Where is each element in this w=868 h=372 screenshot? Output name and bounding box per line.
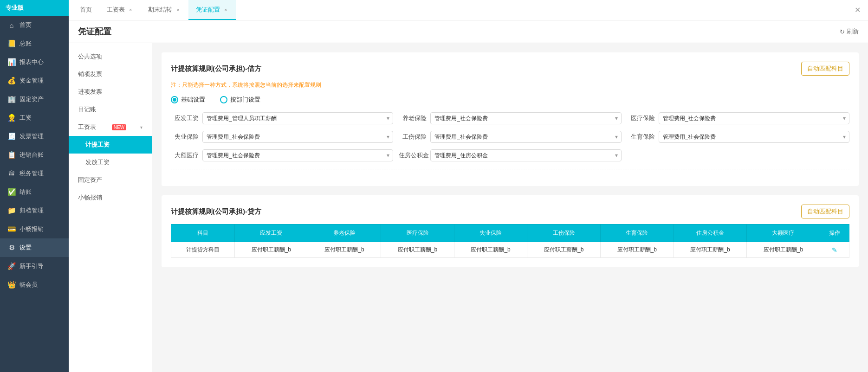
th-action: 操作 bbox=[820, 224, 849, 242]
tab-period-closing[interactable]: 期末结转 × bbox=[141, 0, 188, 20]
left-nav-journal[interactable]: 日记账 bbox=[69, 101, 152, 118]
sidebar-item-report-center[interactable]: 📊 报表中心 bbox=[0, 53, 69, 71]
new-badge: NEW bbox=[112, 124, 126, 130]
sidebar-item-new-guide[interactable]: 🚀 新手引导 bbox=[0, 257, 69, 276]
left-nav-payroll-table[interactable]: 工资表 NEW ▾ bbox=[69, 118, 152, 136]
credit-auto-match-button[interactable]: 自动匹配科目 bbox=[801, 205, 849, 218]
left-nav-public-options[interactable]: 公共选项 bbox=[69, 48, 152, 65]
tab-payroll-table-label: 工资表 bbox=[107, 6, 125, 14]
table-header-row: 科目 应发工资 养老保险 医疗保险 失业保险 工伤保险 生育保险 住房公积金 大… bbox=[171, 224, 849, 242]
salary-select-wrapper: 管理费用_管理人员职工薪酬 bbox=[202, 112, 393, 124]
sidebar-item-tax-management[interactable]: 🏛 税务管理 bbox=[0, 164, 69, 183]
th-medical: 医疗保险 bbox=[381, 224, 454, 242]
debit-section-title: 计提核算规则(公司承担)-借方 bbox=[171, 64, 261, 73]
unemployment-label: 失业保险 bbox=[171, 133, 199, 141]
left-nav-petty-expense[interactable]: 小畅报销 bbox=[69, 189, 152, 206]
left-nav-pay-payroll[interactable]: 发放工资 bbox=[69, 154, 152, 171]
td-medical: 应付职工薪酬_b bbox=[381, 242, 454, 258]
left-nav-label: 固定资产 bbox=[78, 176, 102, 184]
tab-voucher-config[interactable]: 凭证配置 × bbox=[188, 0, 236, 20]
th-housing-fund: 住房公积金 bbox=[674, 224, 747, 242]
maternity-label: 生育保险 bbox=[627, 133, 655, 141]
page-title: 凭证配置 bbox=[78, 26, 111, 37]
form-field-salary: 应发工资 管理费用_管理人员职工薪酬 bbox=[171, 112, 393, 124]
tab-home-label: 首页 bbox=[80, 6, 92, 14]
sidebar-item-settings[interactable]: ⚙ 设置 bbox=[0, 238, 69, 257]
left-nav-label: 日记账 bbox=[78, 105, 96, 114]
left-nav-label: 小畅报销 bbox=[78, 193, 102, 202]
large-medical-select[interactable]: 管理费用_社会保险费 bbox=[202, 149, 393, 161]
unemployment-select-wrapper: 管理费用_社会保险费 bbox=[202, 131, 393, 143]
td-pension: 应付职工薪酬_b bbox=[308, 242, 381, 258]
salary-select[interactable]: 管理费用_管理人员职工薪酬 bbox=[202, 112, 393, 124]
housing-fund-select[interactable]: 管理费用_住房公积金 bbox=[430, 149, 621, 161]
edit-icon[interactable]: ✎ bbox=[832, 246, 837, 254]
debit-notice: 注：只能选择一种方式，系统将按照您当前的选择来配置规则 bbox=[171, 81, 849, 89]
injury-select[interactable]: 管理费用_社会保险费 bbox=[430, 131, 621, 143]
credit-section-header: 计提核算规则(公司承担)-贷方 自动匹配科目 bbox=[171, 205, 849, 218]
debit-section: 计提核算规则(公司承担)-借方 自动匹配科目 注：只能选择一种方式，系统将按照您… bbox=[162, 52, 859, 186]
debit-auto-match-button[interactable]: 自动匹配科目 bbox=[801, 62, 849, 76]
sidebar-item-label: 畅会员 bbox=[19, 281, 38, 289]
guide-icon: 🚀 bbox=[7, 262, 16, 270]
sidebar-item-archive-management[interactable]: 📁 归档管理 bbox=[0, 201, 69, 220]
tab-payroll-table[interactable]: 工资表 × bbox=[99, 0, 141, 20]
radio-basic-label: 基础设置 bbox=[181, 96, 205, 104]
sidebar-item-member[interactable]: 👑 畅会员 bbox=[0, 276, 69, 294]
sidebar-item-fund-management[interactable]: 💰 资金管理 bbox=[0, 71, 69, 90]
form-field-medical: 医疗保险 管理费用_社会保险费 bbox=[627, 112, 849, 124]
ledger-icon: 📒 bbox=[7, 39, 16, 48]
left-nav-label: 计提工资 bbox=[85, 141, 110, 149]
pension-select[interactable]: 管理费用_社会保险费 bbox=[430, 112, 621, 124]
sidebar-item-home[interactable]: ⌂ 首页 bbox=[0, 16, 69, 34]
member-icon: 👑 bbox=[7, 281, 16, 289]
radio-basic[interactable]: 基础设置 bbox=[171, 96, 205, 104]
report-icon: 📊 bbox=[7, 58, 16, 66]
sidebar-item-invoice-management[interactable]: 🧾 发票管理 bbox=[0, 127, 69, 146]
housing-fund-select-wrapper: 管理费用_住房公积金 bbox=[430, 149, 621, 161]
th-injury: 工伤保险 bbox=[527, 224, 601, 242]
form-field-maternity: 生育保险 管理费用_社会保险费 bbox=[627, 131, 849, 143]
th-maternity: 生育保险 bbox=[601, 224, 674, 242]
left-nav-sales-invoice[interactable]: 销项发票 bbox=[69, 65, 152, 83]
refresh-button[interactable]: ↻ 刷新 bbox=[840, 27, 859, 36]
radio-department[interactable]: 按部门设置 bbox=[220, 96, 260, 104]
form-row-1: 应发工资 管理费用_管理人员职工薪酬 养老保险 管理费用_社会保险费 bbox=[171, 112, 849, 124]
sidebar-item-purchase-sales[interactable]: 📋 进销台账 bbox=[0, 146, 69, 164]
credit-section-title: 计提核算规则(公司承担)-贷方 bbox=[171, 207, 261, 216]
tab-voucher-config-close[interactable]: × bbox=[223, 6, 228, 13]
main-area: 首页 工资表 × 期末结转 × 凭证配置 × ✕ 凭证配置 ↻ 刷新 公共选项 bbox=[69, 0, 868, 372]
housing-fund-label: 住房公积金 bbox=[399, 151, 427, 160]
th-subject: 科目 bbox=[171, 224, 235, 242]
sidebar-item-closing[interactable]: ✅ 结账 bbox=[0, 183, 69, 201]
maternity-select[interactable]: 管理费用_社会保险费 bbox=[659, 131, 849, 143]
sidebar-item-general-ledger[interactable]: 📒 总账 bbox=[0, 34, 69, 53]
assets-icon: 🏢 bbox=[7, 95, 16, 103]
td-injury: 应付职工薪酬_b bbox=[527, 242, 601, 258]
radio-basic-circle bbox=[171, 96, 178, 103]
th-unemployment: 失业保险 bbox=[454, 224, 527, 242]
sidebar-item-label: 报表中心 bbox=[19, 58, 44, 66]
main-panel: 计提核算规则(公司承担)-借方 自动匹配科目 注：只能选择一种方式，系统将按照您… bbox=[152, 43, 868, 372]
close-main-icon[interactable]: ✕ bbox=[851, 4, 864, 16]
medical-select[interactable]: 管理费用_社会保险费 bbox=[659, 112, 849, 124]
tab-payroll-table-close[interactable]: × bbox=[128, 6, 133, 13]
sidebar-item-payroll[interactable]: 👷 工资 bbox=[0, 109, 69, 127]
pension-select-wrapper: 管理费用_社会保险费 bbox=[430, 112, 621, 124]
tab-home[interactable]: 首页 bbox=[72, 0, 99, 20]
sidebar-item-xiao-chang-expense[interactable]: 💳 小畅报销 bbox=[0, 220, 69, 238]
sidebar: 专业版 ⌂ 首页 📒 总账 📊 报表中心 💰 资金管理 🏢 固定资产 👷 工资 … bbox=[0, 0, 69, 372]
unemployment-select[interactable]: 管理费用_社会保险费 bbox=[202, 131, 393, 143]
tab-period-closing-close[interactable]: × bbox=[175, 6, 181, 13]
left-nav: 公共选项 销项发票 进项发票 日记账 工资表 NEW ▾ 计提工资 发放工资 bbox=[69, 43, 152, 372]
left-nav-fixed-assets[interactable]: 固定资产 bbox=[69, 171, 152, 189]
expense-icon: 💳 bbox=[7, 225, 16, 233]
sidebar-item-fixed-assets[interactable]: 🏢 固定资产 bbox=[0, 90, 69, 109]
td-maternity: 应付职工薪酬_b bbox=[601, 242, 674, 258]
table-row: 计提贷方科目 应付职工薪酬_b 应付职工薪酬_b 应付职工薪酬_b 应付职工薪酬… bbox=[171, 242, 849, 258]
left-nav-purchase-invoice[interactable]: 进项发票 bbox=[69, 83, 152, 101]
left-nav-calc-payroll[interactable]: 计提工资 bbox=[69, 136, 152, 154]
td-action[interactable]: ✎ bbox=[820, 242, 849, 258]
large-medical-label: 大额医疗 bbox=[171, 151, 199, 160]
refresh-label: 刷新 bbox=[847, 27, 859, 36]
